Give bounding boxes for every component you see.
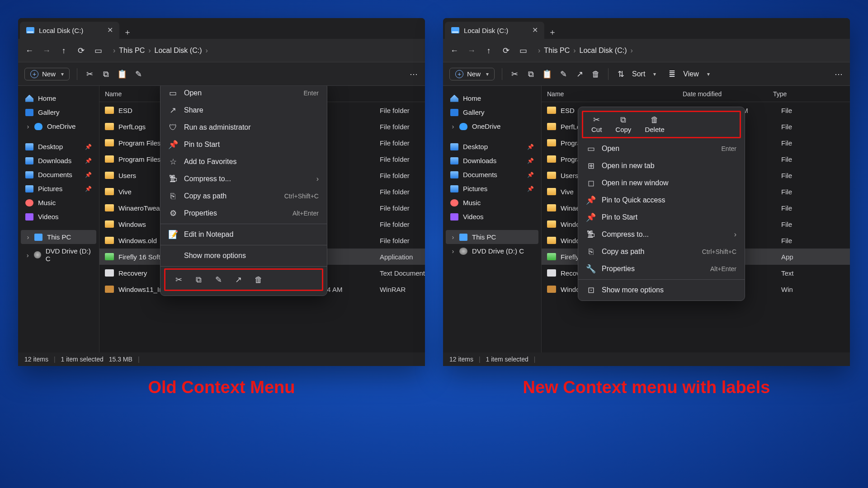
up-button[interactable]: ↑ xyxy=(484,46,494,56)
menu-pin-start[interactable]: 📌Pin to Start xyxy=(160,136,327,153)
crumb-thispc[interactable]: This PC xyxy=(119,47,145,55)
crumb-thispc[interactable]: This PC xyxy=(544,47,570,55)
close-tab-button[interactable]: ✕ xyxy=(107,27,113,34)
crumb-localdisk[interactable]: Local Disk (C:) xyxy=(580,47,627,55)
pin-icon: 📌 xyxy=(527,172,534,178)
sidebar-this-pc[interactable]: ›This PC xyxy=(446,230,538,244)
menu-show-more[interactable]: Show more options xyxy=(160,247,327,264)
share-button[interactable]: ↗ xyxy=(575,69,585,79)
menu-compress[interactable]: 🗜Compress to...› xyxy=(578,226,745,243)
tab-bar: Local Disk (C:) ✕ ＋ xyxy=(18,18,425,39)
forward-button[interactable]: → xyxy=(42,46,52,56)
menu-open[interactable]: ▭OpenEnter xyxy=(578,140,745,157)
more-button[interactable]: ⋯ xyxy=(834,69,844,79)
back-button[interactable]: ← xyxy=(24,46,34,56)
up-button[interactable]: ↑ xyxy=(59,46,69,56)
column-headers[interactable]: Name Date modified Type xyxy=(542,86,850,102)
sidebar-desktop[interactable]: Desktop📌 xyxy=(21,140,96,154)
sidebar-gallery[interactable]: Gallery xyxy=(21,105,96,119)
view-button[interactable]: ≣ xyxy=(667,69,677,79)
menu-copy-path[interactable]: ⎘Copy as pathCtrl+Shift+C xyxy=(578,243,745,260)
cut-button[interactable]: ✂ xyxy=(509,69,519,79)
open-icon: ▭ xyxy=(586,144,595,153)
copy-button[interactable]: ⧉ xyxy=(526,69,536,79)
menu-open[interactable]: ▭OpenEnter xyxy=(160,86,327,102)
file-type: Win xyxy=(781,286,850,293)
new-button[interactable]: + New ▾ xyxy=(449,68,495,80)
delete-button[interactable]: 🗑 xyxy=(591,69,601,79)
sort-button[interactable]: ⇅ xyxy=(616,69,626,79)
menu-open-new-window[interactable]: ◻Open in new window xyxy=(578,174,745,192)
copy-icon[interactable]: ⧉ xyxy=(193,274,204,285)
sidebar-home[interactable]: Home xyxy=(21,91,96,105)
more-button[interactable]: ⋯ xyxy=(409,69,419,79)
paste-button[interactable]: 📋 xyxy=(117,69,127,79)
share-icon[interactable]: ↗ xyxy=(233,274,244,285)
menu-copy-path[interactable]: ⎘Copy as pathCtrl+Shift+C xyxy=(160,188,327,205)
pin-icon: 📌 xyxy=(527,186,534,192)
tab-local-disk[interactable]: Local Disk (C:) ✕ xyxy=(445,22,544,39)
sidebar-pictures[interactable]: Pictures📌 xyxy=(21,182,96,196)
delete-action[interactable]: 🗑Delete xyxy=(645,116,664,133)
sidebar-documents[interactable]: Documents📌 xyxy=(21,168,96,182)
cut-icon[interactable]: ✂ xyxy=(174,274,184,285)
menu-show-more[interactable]: ⊡Show more options xyxy=(578,282,745,299)
menu-pin-start[interactable]: 📌Pin to Start xyxy=(578,209,745,226)
col-date[interactable]: Date modified xyxy=(683,90,773,98)
sidebar-onedrive[interactable]: ›OneDrive xyxy=(446,119,538,133)
cut-button[interactable]: ✂ xyxy=(85,69,94,79)
breadcrumb[interactable]: › This PC › Local Disk (C:) › xyxy=(113,47,208,55)
folder-icon xyxy=(25,143,33,150)
sidebar-videos[interactable]: Videos xyxy=(21,210,96,224)
paste-button[interactable]: 📋 xyxy=(542,69,552,79)
sidebar-downloads[interactable]: Downloads📌 xyxy=(446,154,538,168)
delete-icon[interactable]: 🗑 xyxy=(253,274,264,285)
status-items: 12 items xyxy=(449,356,473,363)
menu-edit-notepad[interactable]: 📝Edit in Notepad xyxy=(160,226,327,243)
menu-add-favorites[interactable]: ☆Add to Favorites xyxy=(160,153,327,170)
menu-properties[interactable]: ⚙PropertiesAlt+Enter xyxy=(160,205,327,222)
back-button[interactable]: ← xyxy=(449,46,459,56)
breadcrumb[interactable]: › This PC › Local Disk (C:) › xyxy=(538,47,633,55)
sidebar-documents[interactable]: Documents📌 xyxy=(446,168,538,182)
menu-pin-quick[interactable]: 📌Pin to Quick access xyxy=(578,192,745,209)
sidebar-dvd[interactable]: ›DVD Drive (D:) C xyxy=(21,244,96,266)
forward-button[interactable]: → xyxy=(467,46,476,56)
rename-icon[interactable]: ✎ xyxy=(213,274,224,285)
cut-action[interactable]: ✂Cut xyxy=(591,116,602,133)
copy-icon: ⧉ xyxy=(620,116,626,124)
refresh-button[interactable]: ⟳ xyxy=(501,46,511,56)
rename-button[interactable]: ✎ xyxy=(558,69,568,79)
new-tab-button[interactable]: ＋ xyxy=(119,28,136,39)
sidebar-dvd[interactable]: ›DVD Drive (D:) C xyxy=(446,244,538,258)
menu-compress[interactable]: 🗜Compress to...› xyxy=(160,170,327,188)
sidebar-this-pc[interactable]: ›This PC xyxy=(21,230,96,244)
menu-properties[interactable]: 🔧PropertiesAlt+Enter xyxy=(578,260,745,277)
refresh-button[interactable]: ⟳ xyxy=(76,46,86,56)
sidebar-onedrive[interactable]: ›OneDrive xyxy=(21,119,96,133)
new-button[interactable]: + New ▾ xyxy=(24,68,70,80)
col-type[interactable]: Type xyxy=(773,90,850,98)
file-icon xyxy=(105,188,114,195)
copy-action[interactable]: ⧉Copy xyxy=(615,116,631,133)
sidebar-home[interactable]: Home xyxy=(446,91,538,105)
crumb-localdisk[interactable]: Local Disk (C:) xyxy=(155,47,202,55)
menu-open-new-tab[interactable]: ⊞Open in new tab xyxy=(578,157,745,174)
col-name[interactable]: Name xyxy=(547,90,683,98)
file-type: File xyxy=(781,123,850,131)
disc-icon xyxy=(34,251,41,258)
sidebar-gallery[interactable]: Gallery xyxy=(446,105,538,119)
rename-button[interactable]: ✎ xyxy=(133,69,143,79)
new-tab-button[interactable]: ＋ xyxy=(544,28,561,39)
sidebar-music[interactable]: Music xyxy=(446,196,538,210)
close-tab-button[interactable]: ✕ xyxy=(532,27,538,34)
sidebar-videos[interactable]: Videos xyxy=(446,210,538,224)
copy-button[interactable]: ⧉ xyxy=(101,69,111,79)
sidebar-music[interactable]: Music xyxy=(21,196,96,210)
tab-local-disk[interactable]: Local Disk (C:) ✕ xyxy=(20,22,119,39)
menu-share[interactable]: ↗Share xyxy=(160,102,327,119)
sidebar-pictures[interactable]: Pictures📌 xyxy=(446,182,538,196)
sidebar-desktop[interactable]: Desktop📌 xyxy=(446,140,538,154)
menu-run-admin[interactable]: 🛡Run as administrator xyxy=(160,119,327,136)
sidebar-downloads[interactable]: Downloads📌 xyxy=(21,154,96,168)
